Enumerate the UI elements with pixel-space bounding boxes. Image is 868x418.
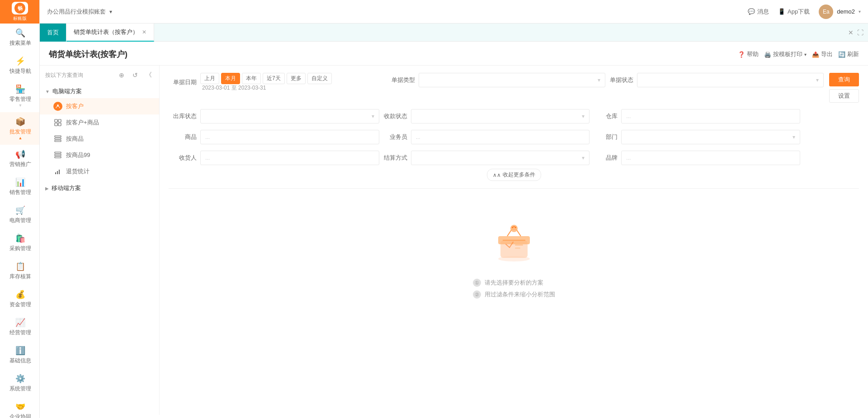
- empty-tips: ① 请先选择要分析的方案 ② 用过滤条件来缩小分析范围: [473, 279, 555, 302]
- salesperson-select[interactable]: ...: [411, 130, 590, 144]
- scheme-item-by-customer[interactable]: 按客户: [40, 98, 159, 114]
- by-product99-label: 按商品99: [66, 151, 90, 159]
- sidebar-item-quicknav[interactable]: ⚡ 快捷导航: [0, 52, 39, 80]
- date-btn-custom[interactable]: 自定义: [307, 73, 332, 84]
- return-stats-icon: [53, 167, 62, 176]
- svg-point-3: [57, 104, 59, 106]
- tab-window-maximize-icon[interactable]: ⛶: [857, 29, 863, 36]
- svg-rect-25: [515, 247, 520, 249]
- scheme-group-desktop-title[interactable]: ▼ 电脑端方案: [40, 85, 159, 98]
- marketing-icon: 📢: [15, 149, 25, 159]
- product-select[interactable]: ...: [200, 130, 379, 144]
- sidebar-item-enterprise[interactable]: 🤝 企业协同: [0, 397, 39, 418]
- scheme-header: 按以下方案查询 ⊕ ↺ 《: [40, 66, 159, 85]
- date-btn-this-year[interactable]: 本年: [242, 73, 261, 84]
- help-icon: ❓: [738, 51, 745, 58]
- scheme-item-by-product[interactable]: 按商品: [40, 131, 159, 147]
- product-col: 商品 ...: [169, 130, 379, 144]
- header-dropdown-icon[interactable]: ▾: [109, 9, 112, 15]
- scheme-item-by-product99[interactable]: 按商品99: [40, 147, 159, 163]
- svg-point-22: [514, 227, 516, 228]
- order-type-select[interactable]: ▾: [419, 73, 605, 87]
- pay-status-select[interactable]: ▾: [411, 109, 590, 124]
- sidebar-item-inventory[interactable]: 📋 库存核算: [0, 257, 39, 285]
- dept-dropdown-icon: ▾: [793, 134, 795, 140]
- settlement-select[interactable]: ▾: [411, 151, 590, 165]
- app-title: 办公用品行业模拟账套: [47, 8, 106, 16]
- settings-button[interactable]: 设置: [829, 89, 859, 103]
- header-left: 办公用品行业模拟账套 ▾: [47, 8, 112, 16]
- page-actions: ❓ 帮助 🖨️ 按模板打印 ▾ 📤 导出 🔄 刷新: [738, 50, 859, 58]
- sidebar-item-operations[interactable]: 📈 经营管理: [0, 313, 39, 341]
- tab-sales-stats[interactable]: 销货单统计表（按客户） ✕: [66, 24, 154, 42]
- order-type-label: 单据类型: [387, 76, 419, 84]
- tab-close-icon[interactable]: ✕: [142, 29, 146, 35]
- dept-select[interactable]: ▾: [621, 130, 800, 144]
- operations-icon: 📈: [15, 318, 25, 328]
- product-label: 商品: [169, 133, 200, 141]
- sidebar-item-purchase[interactable]: 🛍️ 采购管理: [0, 229, 39, 257]
- app-download-button[interactable]: 📱 App下载: [778, 8, 810, 16]
- wholesale-icon: 📦: [15, 117, 25, 127]
- receiver-select[interactable]: ...: [200, 151, 379, 165]
- basic-icon: ℹ️: [15, 346, 25, 356]
- sidebar-item-marketing[interactable]: 📢 营销推广: [0, 145, 39, 173]
- refresh-button[interactable]: 🔄 刷新: [838, 50, 859, 58]
- avatar-initials: Ea: [823, 9, 830, 15]
- scheme-item-return-stats[interactable]: 退货统计: [40, 163, 159, 180]
- order-status-select[interactable]: ▾: [637, 73, 824, 87]
- retail-arrow: ▼: [19, 103, 23, 108]
- date-filter-field: 上月 本月 本年 近7天 更多 自定义 2023-03-01 至 2023-03…: [200, 73, 335, 92]
- sidebar-item-retail[interactable]: 🏪 零售管理 ▼: [0, 80, 39, 112]
- collapse-button[interactable]: ∧∧ 收起更多条件: [487, 169, 541, 181]
- collapse-bar: ∧∧ 收起更多条件: [169, 169, 859, 181]
- user-menu[interactable]: Ea demo2 ▾: [819, 5, 861, 19]
- mobile-group-arrow: ▶: [45, 186, 49, 191]
- out-status-select[interactable]: ▾: [200, 109, 379, 124]
- help-button[interactable]: ❓ 帮助: [738, 50, 759, 58]
- sidebar-item-finance[interactable]: 💰 资金管理: [0, 285, 39, 313]
- sidebar-item-wholesale[interactable]: 📦 批发管理 ▲: [0, 112, 39, 145]
- sidebar-item-search[interactable]: 🔍 搜索菜单: [0, 24, 39, 52]
- sidebar-item-system[interactable]: ⚙️ 系统管理: [0, 369, 39, 397]
- product-placeholder: ...: [205, 134, 210, 140]
- date-btn-this-month[interactable]: 本月: [221, 73, 240, 84]
- download-icon: 📱: [778, 8, 785, 15]
- sidebar-item-ecommerce[interactable]: 🛒 电商管理: [0, 201, 39, 229]
- by-product99-icon: [53, 151, 62, 160]
- date-btn-more[interactable]: 更多: [287, 73, 306, 84]
- date-btn-7days[interactable]: 近7天: [263, 73, 285, 84]
- scheme-add-icon[interactable]: ⊕: [117, 70, 127, 80]
- print-button[interactable]: 🖨️ 按模板打印 ▾: [764, 50, 807, 58]
- scheme-header-title: 按以下方案查询: [45, 71, 83, 79]
- retail-icon: 🏪: [15, 84, 25, 94]
- scheme-refresh-icon[interactable]: ↺: [130, 70, 140, 80]
- tab-bar-right: ✕ ⛶: [848, 29, 868, 36]
- sidebar-item-sales[interactable]: 📊 销售管理: [0, 173, 39, 201]
- scheme-collapse-icon[interactable]: 《: [144, 70, 154, 80]
- export-button[interactable]: 📤 导出: [812, 50, 833, 58]
- tab-window-close-icon[interactable]: ✕: [848, 29, 854, 36]
- brand-select[interactable]: ...: [621, 151, 800, 165]
- warehouse-select[interactable]: ...: [621, 109, 800, 124]
- ecommerce-icon: 🛒: [15, 205, 25, 215]
- scheme-group-mobile-title[interactable]: ▶ 移动端方案: [40, 181, 159, 195]
- svg-rect-14: [55, 172, 56, 174]
- query-button[interactable]: 查询: [829, 73, 859, 86]
- message-button[interactable]: 💬 消息: [748, 8, 769, 16]
- date-range-text: 2023-03-01 至 2023-03-31: [202, 84, 335, 92]
- empty-tip-2: ② 用过滤条件来缩小分析范围: [473, 290, 555, 299]
- sidebar-nav: 🔍 搜索菜单 ⚡ 快捷导航 🏪 零售管理 ▼ 📦 批发管理 ▲ 📢 营销推广 📊…: [0, 24, 39, 418]
- warehouse-col: 仓库 ...: [590, 109, 800, 124]
- tab-home[interactable]: 首页: [40, 24, 66, 42]
- brand-col: 品牌 ...: [590, 151, 800, 165]
- scheme-item-by-customer-product[interactable]: 按客户+商品: [40, 114, 159, 131]
- date-btn-last-month[interactable]: 上月: [200, 73, 219, 84]
- message-label: 消息: [757, 8, 769, 16]
- sidebar-item-basic[interactable]: ℹ️ 基础信息: [0, 341, 39, 369]
- wholesale-arrow: ▲: [19, 136, 23, 140]
- content-area: 按以下方案查询 ⊕ ↺ 《 ▼ 电脑端方案: [40, 66, 868, 415]
- svg-rect-6: [55, 123, 57, 126]
- desktop-group-arrow: ▼: [45, 89, 50, 94]
- scheme-group-desktop: ▼ 电脑端方案 按客户 按客户+商品: [40, 85, 159, 180]
